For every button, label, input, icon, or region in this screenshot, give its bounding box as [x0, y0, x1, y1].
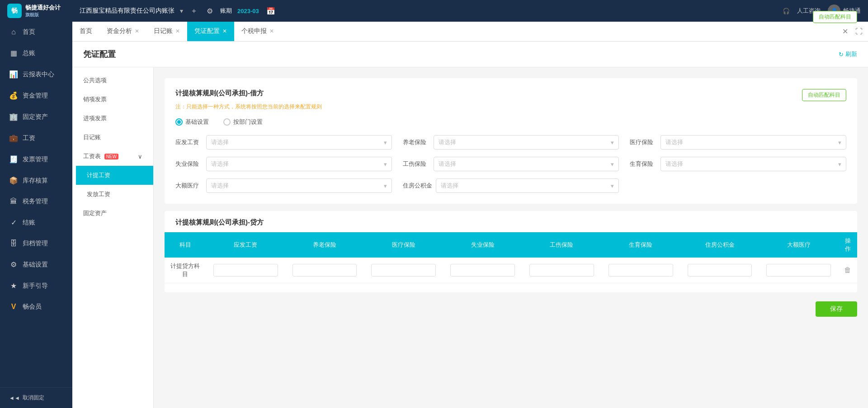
inventory-icon: 📦 [9, 176, 18, 185]
save-bar: 保存 [165, 292, 857, 326]
sidebar-item-ledger[interactable]: ▦ 总账 [0, 42, 72, 64]
radio-basic-circle [175, 118, 183, 126]
add-button[interactable]: ＋ [189, 5, 199, 18]
close-tab-icon[interactable]: ✕ [840, 25, 850, 38]
cell-injury-input[interactable] [522, 258, 601, 283]
save-button[interactable]: 保存 [816, 301, 857, 317]
menu-calc-salary[interactable]: 计提工资 [76, 166, 153, 185]
tab-close-capital[interactable]: ✕ [135, 28, 139, 34]
settings-icon[interactable]: ⚙ [205, 5, 215, 17]
form-row-housing: 住房公积金 请选择 ▾ [403, 178, 619, 193]
credit-header-bar: 计提核算规则(公司承担)-贷方 自动匹配科目 [165, 211, 857, 227]
select-housing[interactable]: 请选择 ▾ [436, 178, 619, 193]
cell-big-medical-input[interactable] [759, 258, 838, 283]
sidebar-item-reports[interactable]: 📊 云报表中心 [0, 64, 72, 85]
select-unemploy[interactable]: 请选择 ▾ [206, 157, 392, 171]
select-wage[interactable]: 请选择 ▾ [206, 135, 392, 150]
sidebar-item-inventory[interactable]: 📦 库存核算 [0, 170, 72, 191]
input-big-medical[interactable] [766, 264, 831, 277]
input-wage[interactable] [213, 264, 278, 277]
ledger-icon: ▦ [9, 49, 18, 57]
menu-salary-table[interactable]: 工资表 NEW ∨ [72, 147, 153, 166]
radio-basic[interactable]: 基础设置 [175, 118, 209, 126]
select-injury[interactable]: 请选择 ▾ [434, 157, 619, 171]
tab-close-tax[interactable]: ✕ [269, 28, 274, 34]
cell-wage-input[interactable] [206, 258, 285, 283]
company-dropdown-icon[interactable]: ▾ [180, 7, 183, 14]
menu-common[interactable]: 公共选项 [72, 71, 153, 90]
tab-home[interactable]: 首页 [72, 22, 99, 41]
table-header-row: 科目 应发工资 养老保险 医疗保险 失业保险 工伤保险 生育保险 住房公积金 大… [165, 232, 857, 258]
delete-row-button[interactable]: 🗑 [844, 266, 851, 274]
select-housing-arrow: ▾ [611, 183, 614, 189]
select-pension[interactable]: 请选择 ▾ [434, 135, 619, 150]
tab-close-journal[interactable]: ✕ [175, 28, 180, 34]
tab-close-voucher[interactable]: ✕ [222, 28, 227, 34]
cell-medical-input[interactable] [364, 258, 443, 283]
form-row-medical: 医疗保险 请选择 ▾ [630, 135, 846, 150]
input-injury[interactable] [529, 264, 594, 277]
select-big-medical[interactable]: 请选择 ▾ [206, 178, 392, 193]
tab-voucher[interactable]: 凭证配置 ✕ [187, 22, 234, 41]
cell-unemploy-input[interactable] [443, 258, 522, 283]
auto-match-debit-button[interactable]: 自动匹配科目 [802, 89, 846, 101]
refresh-button[interactable]: ↻ 刷新 [839, 50, 857, 58]
invoice-icon: 🧾 [9, 155, 18, 164]
cell-housing-input[interactable] [680, 258, 760, 283]
input-pension[interactable] [292, 264, 357, 277]
page-header: 凭证配置 ↻ 刷新 [72, 42, 868, 67]
tab-journal[interactable]: 日记账 ✕ [146, 22, 187, 41]
select-medical[interactable]: 请选择 ▾ [660, 135, 846, 150]
menu-fixed-assets[interactable]: 固定资产 [72, 204, 153, 223]
period-value: 2023-03 [237, 8, 259, 14]
sidebar-item-capital[interactable]: 💰 资金管理 [0, 85, 72, 106]
sidebar-item-invoice[interactable]: 🧾 发票管理 [0, 149, 72, 170]
refresh-icon: ↻ [839, 51, 844, 58]
radio-dept[interactable]: 按部门设置 [223, 118, 263, 126]
period-label: 账期 [220, 7, 232, 15]
sidebar-item-archive[interactable]: 🗄 归档管理 [0, 233, 72, 254]
pin-icon: ◄◄ [9, 395, 20, 401]
sidebar-label-assets: 固定资产 [23, 113, 48, 121]
sidebar-label-archive: 归档管理 [23, 239, 48, 248]
credit-title: 计提核算规则(公司承担)-贷方 [175, 218, 264, 227]
label-injury: 工伤保险 [403, 160, 430, 168]
select-wage-placeholder: 请选择 [211, 138, 229, 146]
sidebar-label-inventory: 库存核算 [23, 177, 48, 185]
label-unemploy: 失业保险 [175, 160, 203, 168]
select-birth-placeholder: 请选择 [665, 160, 683, 168]
input-medical[interactable] [371, 264, 436, 277]
salary-icon: 💼 [9, 134, 18, 142]
sidebar-item-member[interactable]: V 畅会员 [0, 296, 72, 317]
cell-pension-input[interactable] [285, 258, 364, 283]
sidebar-label-guide: 新手引导 [23, 282, 48, 290]
input-unemploy[interactable] [450, 264, 515, 277]
input-birth[interactable] [609, 264, 673, 277]
input-housing[interactable] [688, 264, 752, 277]
cell-subject: 计提贷方科目 [165, 258, 206, 283]
label-medical: 医疗保险 [630, 138, 657, 146]
cancel-pin-button[interactable]: ◄◄ 取消固定 [0, 387, 72, 408]
select-birth[interactable]: 请选择 ▾ [660, 157, 846, 171]
expand-tab-icon[interactable]: ⛶ [854, 26, 864, 38]
sidebar-item-salary[interactable]: 💼 工资 [0, 127, 72, 149]
menu-journal[interactable]: 日记账 [72, 128, 153, 147]
sidebar-item-assets[interactable]: 🏢 固定资产 [0, 106, 72, 127]
tab-bar: 首页 资金分析 ✕ 日记账 ✕ 凭证配置 ✕ 个税申报 ✕ ✕ ⛶ [72, 22, 868, 42]
menu-sales[interactable]: 销项发票 [72, 90, 153, 109]
sidebar-item-tax[interactable]: 🏛 税务管理 [0, 191, 72, 212]
cell-birth-input[interactable] [601, 258, 680, 283]
menu-pay-salary[interactable]: 发放工资 [76, 185, 153, 204]
form-row-big-medical: 大额医疗 请选择 ▾ [175, 178, 392, 193]
sidebar-item-settings[interactable]: ⚙ 基础设置 [0, 254, 72, 275]
credit-section: 计提核算规则(公司承担)-贷方 自动匹配科目 科目 应发工资 养老保险 医疗保险… [165, 211, 857, 292]
tab-tax[interactable]: 个税申报 ✕ [234, 22, 281, 41]
tab-capital[interactable]: 资金分析 ✕ [99, 22, 146, 41]
label-big-medical: 大额医疗 [175, 182, 203, 190]
sidebar-item-guide[interactable]: ★ 新手引导 [0, 275, 72, 296]
left-menu: 公共选项 销项发票 进项发票 日记账 工资表 NEW ∨ 计提工资 发放工资 固… [72, 67, 154, 408]
sidebar-item-home[interactable]: ⌂ 首页 [0, 22, 72, 42]
calendar-icon[interactable]: 📅 [264, 5, 277, 17]
sidebar-item-settle[interactable]: ✓ 结账 [0, 212, 72, 233]
menu-purchase[interactable]: 进项发票 [72, 109, 153, 128]
